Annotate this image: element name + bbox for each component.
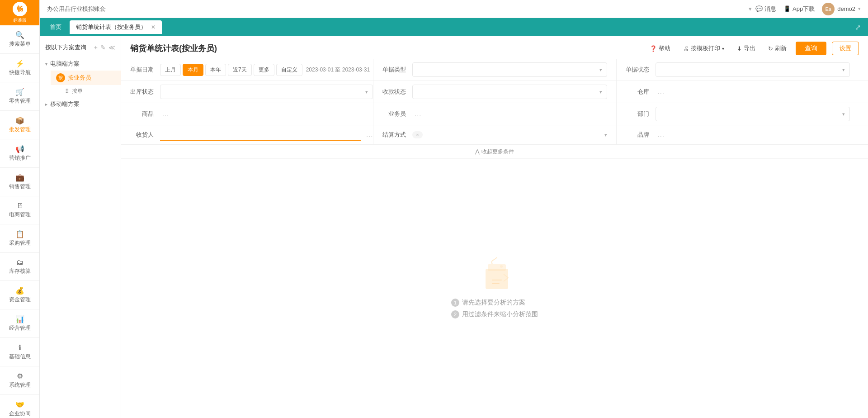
inventory-icon: 🗂 [16,258,24,266]
print-icon: 🖨 [683,45,689,52]
edit-scheme-btn[interactable]: ✎ [100,44,106,51]
sidebar-item-system[interactable]: ⚙ 系统管理 [0,366,39,395]
receipt-status-arrow: ▾ [599,89,602,95]
goods-cell: 商品 … [130,103,373,125]
app-download-label: App下载 [793,5,815,13]
hint-num-1: 1 [451,299,459,307]
query-button[interactable]: 查询 [796,42,826,55]
doc-type-arrow: ▾ [599,67,602,73]
tab-sales-stat[interactable]: 销货单统计表（按业务员） ✕ [70,20,162,34]
brand-input-area: … [656,131,850,139]
tree-mobile-label: 移动端方案 [50,100,80,108]
collapse-bar[interactable]: ⋀ 收起更多条件 [121,145,868,158]
avatar: Ea [822,3,835,15]
user-name: demo2 [837,5,855,12]
consignee-input[interactable] [160,129,361,141]
tab-close-btn[interactable]: ✕ [151,24,156,30]
empty-icon [476,255,513,291]
out-status-select[interactable]: ▾ [160,85,373,99]
doc-status-select[interactable]: ▾ [656,62,850,77]
message-btn[interactable]: 💬 消息 [755,5,776,13]
sidebar-item-ecommerce[interactable]: 🖥 电商管理 [0,196,39,224]
sidebar-item-purchase[interactable]: 📋 采购管理 [0,224,39,253]
user-menu[interactable]: Ea demo2 ▾ [822,3,861,15]
sidebar-nav: 🔍 搜索菜单 ⚡ 快捷导航 🛒 零售管理 📦 批发管理 📢 营销推广 💼 销售管… [0,25,39,418]
sidebar-item-sales[interactable]: 💼 销售管理 [0,168,39,196]
salesperson-dots[interactable]: … [414,110,421,118]
department-select[interactable]: ▾ [656,107,850,121]
sidebar-item-operations[interactable]: 📊 经营管理 [0,309,39,338]
sidebar-item-retail[interactable]: 🛒 零售管理 [0,82,39,111]
app-dropdown-icon[interactable]: ▾ [749,5,752,12]
sidebar-item-finance[interactable]: 💰 资金管理 [0,281,39,309]
date-btn-custom[interactable]: 自定义 [276,64,302,76]
settings-button[interactable]: 设置 [832,42,859,55]
consignee-dots[interactable]: … [366,131,373,139]
salesperson-label: 业务员 [382,110,410,118]
print-label: 按模板打印 [691,44,720,52]
rp-header: 销货单统计表(按业务员) ❓ 帮助 🖨 按模板打印 ⬇ 导出 [121,36,868,59]
print-btn[interactable]: 🖨 按模板打印 [679,43,728,54]
export-btn[interactable]: ⬇ 导出 [733,43,759,54]
sidebar-item-wholesale[interactable]: 📦 批发管理 [0,111,39,139]
date-filter: 上月 本月 本年 近7天 更多 自定义 2023-03-01 至 2023-03… [160,64,373,76]
filter-section: 单据日期 上月 本月 本年 近7天 更多 自定义 2023-03-01 至 20… [121,59,868,158]
add-scheme-btn[interactable]: + [94,44,98,51]
svg-rect-0 [486,269,508,289]
date-btn-7days[interactable]: 近7天 [228,64,252,76]
date-btn-this-year[interactable]: 本年 [205,64,226,76]
tree-sub-children: ⠿ 按单 [51,85,121,97]
salesperson-cell: 业务员 … [373,103,616,125]
settlement-arrow[interactable]: ▾ [604,132,607,138]
sidebar-item-quicknav[interactable]: ⚡ 快捷导航 [0,54,39,82]
date-btn-more[interactable]: 更多 [254,64,274,76]
help-btn[interactable]: ❓ 帮助 [646,43,674,54]
sidebar-item-search[interactable]: 🔍 搜索菜单 [0,25,39,54]
logo-icon: 畅 [13,2,27,16]
goods-label: 商品 [130,110,157,118]
tree-item-按单[interactable]: ⠿ 按单 [60,85,121,97]
panel-header-label: 按以下方案查询 [45,43,86,52]
department-cell: 部门 ▾ [616,103,859,125]
marketing-icon: 📢 [15,145,24,153]
collapse-panel-btn[interactable]: ≪ [108,44,115,51]
receipt-status-select[interactable]: ▾ [412,85,607,99]
topbar-actions: 💬 消息 📱 App下载 Ea demo2 ▾ [755,3,861,15]
department-arrow: ▾ [842,111,845,117]
goods-dots[interactable]: … [162,110,169,118]
ecommerce-icon: 🖥 [16,202,24,210]
doc-type-label: 单据类型 [382,66,410,74]
sidebar-item-inventory[interactable]: 🗂 库存核算 [0,253,39,281]
operations-icon: 📊 [15,315,24,323]
main-area: 办公用品行业模拟账套 ▾ 💬 消息 📱 App下载 Ea demo2 ▾ 首页 … [40,0,868,418]
tree-item-byyp[interactable]: 按 按业务员 [51,71,121,85]
tree-mobile[interactable]: ▸ 移动端方案 [40,97,121,111]
date-btn-last-month[interactable]: 上月 [160,64,181,76]
sidebar-item-collab[interactable]: 🤝 企业协同 [0,395,39,418]
refresh-btn[interactable]: ↻ 刷新 [764,43,790,54]
logo-area[interactable]: 畅 标准版 [0,0,39,25]
sidebar: 畅 标准版 🔍 搜索菜单 ⚡ 快捷导航 🛒 零售管理 📦 批发管理 📢 营销推广… [0,0,40,418]
doc-type-select[interactable]: ▾ [412,62,607,77]
brand-dots[interactable]: … [657,131,665,139]
sidebar-item-wholesale-label: 批发管理 [9,126,31,133]
salesperson-input-area: … [412,110,607,118]
tab-expand-btn[interactable]: ⤢ [851,21,864,33]
brand-label: 品牌 [626,131,653,139]
date-label: 单据日期 [130,66,157,74]
refresh-label: 刷新 [775,44,787,52]
collab-icon: 🤝 [15,400,24,409]
date-btn-this-month[interactable]: 本月 [183,64,203,76]
quicknav-icon: ⚡ [15,59,24,68]
sidebar-item-basicinfo[interactable]: ℹ 基础信息 [0,338,39,366]
warehouse-dots[interactable]: … [657,88,665,96]
receipt-status-label: 收款状态 [382,88,410,96]
tab-home[interactable]: 首页 [43,20,68,34]
app-download-btn[interactable]: 📱 App下载 [783,5,815,13]
tree-desktop[interactable]: ▾ 电脑端方案 [40,57,121,71]
finance-icon: 💰 [15,286,24,295]
settlement-tag-close[interactable]: × [416,132,419,138]
export-label: 导出 [744,44,755,52]
topbar: 办公用品行业模拟账套 ▾ 💬 消息 📱 App下载 Ea demo2 ▾ [40,0,868,18]
sidebar-item-marketing[interactable]: 📢 营销推广 [0,139,39,168]
